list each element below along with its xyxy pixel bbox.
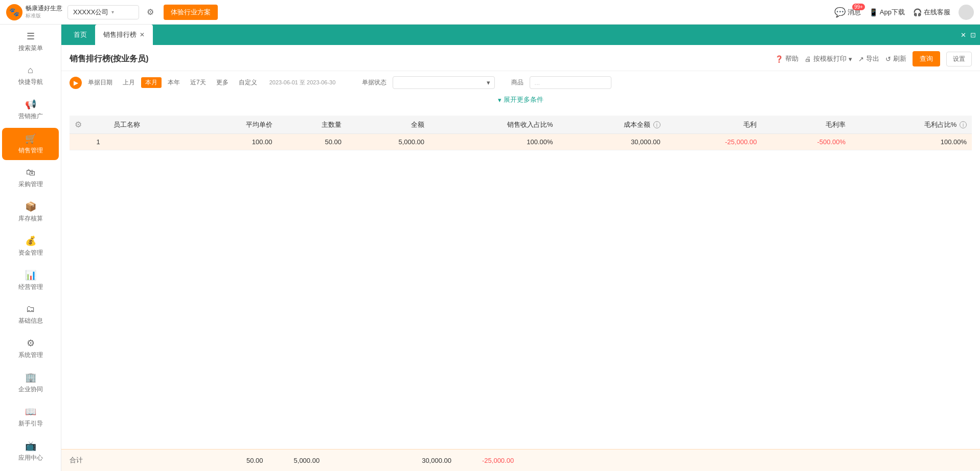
column-settings-icon[interactable]: ⚙ <box>75 120 82 129</box>
cost-info-icon[interactable]: i <box>653 121 660 128</box>
refresh-btn[interactable]: ↺ 刷新 <box>885 54 906 63</box>
date-tab-custom[interactable]: 自定义 <box>235 77 261 88</box>
date-tab-last-month[interactable]: 上月 <box>119 77 139 88</box>
sidebar-label-enterprise: 企业协同 <box>18 385 43 394</box>
table-row: 1 100.00 50.00 5,000.00 100.00% 30,000.0… <box>70 134 972 150</box>
date-tab-last-7[interactable]: 近7天 <box>186 77 210 88</box>
sidebar-item-enterprise[interactable]: 🏢 企业协同 <box>2 367 59 399</box>
expand-label: 展开更多条件 <box>504 95 543 104</box>
sidebar-label-finance: 资金管理 <box>18 249 43 257</box>
gross-pct-info-icon[interactable]: i <box>960 121 967 128</box>
header-right: 💬 消息 99+ 📱 App下载 🎧 在线客服 <box>834 5 974 20</box>
sidebar-label-sales: 销售管理 <box>18 146 43 155</box>
filter-area: ▶ 单据日期 上月 本月 本年 近7天 更多 自定义 2023-06-01 至 … <box>61 71 980 116</box>
col-gross-pct-header: 毛利占比% i <box>851 116 972 134</box>
export-btn[interactable]: ↗ 导出 <box>858 54 879 63</box>
table-body: 1 100.00 50.00 5,000.00 100.00% 30,000.0… <box>70 134 972 150</box>
mobile-icon: 📱 <box>869 8 878 16</box>
app-download-btn[interactable]: 📱 App下载 <box>869 8 905 17</box>
trial-button[interactable]: 体验行业方案 <box>164 5 218 20</box>
sidebar-item-system[interactable]: ⚙ 系统管理 <box>2 332 59 365</box>
row-gross-rate-cell: -500.00% <box>762 134 851 150</box>
sidebar-item-operations[interactable]: 📊 经营管理 <box>2 264 59 297</box>
col-sales-pct-header: 销售收入占比% <box>429 116 558 134</box>
page-header: 销售排行榜(按业务员) ❓ 帮助 🖨 按模板打印 ▾ ↗ 导出 <box>61 45 980 71</box>
date-tab-this-year[interactable]: 本年 <box>164 77 184 88</box>
user-avatar-area[interactable] <box>959 5 974 20</box>
sidebar-item-marketing[interactable]: 📢 营销推广 <box>2 94 59 126</box>
tab-maximize-icon[interactable]: ⊡ <box>970 31 976 39</box>
date-range-display: 2023-06-01 至 2023-06-30 <box>269 79 336 86</box>
table-container: ⚙ 员工名称 平均单价 主数量 全额 销售收入占比% 成本全额 i <box>61 116 980 449</box>
sidebar-item-sales[interactable]: 🛒 销售管理 <box>2 128 59 160</box>
expand-conditions-btn[interactable]: ▾ 展开更多条件 <box>498 93 543 106</box>
sidebar-item-search-order[interactable]: ☰ 搜索菜单 <box>2 26 59 58</box>
app-center-icon: 📺 <box>25 440 36 452</box>
headset-icon: 🎧 <box>913 8 922 16</box>
template-print-btn[interactable]: 🖨 按模板打印 ▾ <box>805 54 852 63</box>
row-employee-cell <box>108 134 193 150</box>
status-filter-select[interactable]: ▾ <box>393 76 495 89</box>
refresh-label: 刷新 <box>893 54 906 63</box>
row-cost-amount-cell: 30,000.00 <box>558 134 666 150</box>
main-layout: ☰ 搜索菜单 ⌂ 快捷导航 📢 营销推广 🛒 销售管理 🛍 采购管理 📦 库存核… <box>0 25 980 471</box>
goods-filter-label: 商品 <box>511 78 523 87</box>
message-area[interactable]: 💬 消息 99+ <box>834 7 861 18</box>
sidebar-item-guide[interactable]: 📖 新手引导 <box>2 401 59 433</box>
footer-total-label: 合计 <box>70 456 83 465</box>
sidebar-label-basic-info: 基础信息 <box>18 317 43 325</box>
print-icon: 🖨 <box>805 55 811 63</box>
table-footer: 合计 50.00 5,000.00 30,000.00 -25,000.00 <box>61 449 980 471</box>
page-content: 销售排行榜(按业务员) ❓ 帮助 🖨 按模板打印 ▾ ↗ 导出 <box>61 45 980 471</box>
sidebar-item-app-center[interactable]: 📺 应用中心 <box>2 435 59 467</box>
search-icon: ☰ <box>27 31 35 42</box>
settings-button[interactable]: 设置 <box>946 52 972 66</box>
sidebar-item-quick-nav[interactable]: ⌂ 快捷导航 <box>2 60 59 92</box>
footer-cost-amount: 30,000.00 <box>422 457 451 464</box>
date-tab-more[interactable]: 更多 <box>212 77 233 88</box>
help-btn[interactable]: ❓ 帮助 <box>775 54 799 63</box>
sidebar-item-purchase[interactable]: 🛍 采购管理 <box>2 162 59 194</box>
tab-bar: 首页 销售排行榜 ✕ ✕ ⊡ <box>61 25 980 45</box>
date-tab-this-month[interactable]: 本月 <box>141 77 162 88</box>
filter-toggle-btn[interactable]: ▶ <box>70 77 82 89</box>
col-main-qty-header: 主数量 <box>278 116 347 134</box>
sidebar-item-basic-info[interactable]: 🗂 基础信息 <box>2 299 59 330</box>
refresh-icon: ↺ <box>885 55 891 63</box>
marketing-icon: 📢 <box>25 99 36 110</box>
table-header: ⚙ 员工名称 平均单价 主数量 全额 销售收入占比% 成本全额 i <box>70 116 972 134</box>
help-label: 帮助 <box>785 54 799 63</box>
online-service-btn[interactable]: 🎧 在线客服 <box>913 8 950 17</box>
message-badge: 99+ <box>852 4 865 10</box>
sidebar-item-finance[interactable]: 💰 资金管理 <box>2 230 59 262</box>
company-selector[interactable]: XXXXX公司 ▾ <box>67 5 139 19</box>
goods-input-value: ... <box>534 79 607 86</box>
online-service-label: 在线客服 <box>924 8 950 17</box>
tab-close-window-icon[interactable]: ✕ <box>961 31 966 39</box>
purchase-icon: 🛍 <box>26 167 35 178</box>
footer-gross-profit: -25,000.00 <box>482 457 514 464</box>
operations-icon: 📊 <box>25 270 36 281</box>
logo-icon: 🐾 <box>6 4 22 20</box>
tab-home[interactable]: 首页 <box>65 25 95 45</box>
col-cost-amount-header: 成本全额 i <box>558 116 666 134</box>
tab-close-icon[interactable]: ✕ <box>140 31 145 38</box>
row-amount-cell: 5,000.00 <box>347 134 429 150</box>
content-area: 首页 销售排行榜 ✕ ✕ ⊡ 销售排行榜(按业务员) ❓ 帮助 <box>61 25 980 471</box>
query-button[interactable]: 查询 <box>913 51 940 66</box>
app-subtitle: 标准版 <box>26 12 62 19</box>
tab-home-label: 首页 <box>74 30 87 39</box>
company-settings-icon[interactable]: ⚙ <box>143 5 157 19</box>
cart-icon: 🛒 <box>25 133 36 144</box>
help-icon: ❓ <box>775 55 783 63</box>
app-download-label: App下载 <box>880 8 905 17</box>
row-settings-cell <box>70 134 88 150</box>
status-filter-label: 单据状态 <box>362 78 386 87</box>
chevron-down-icon: ▾ <box>111 9 114 15</box>
col-settings-header[interactable]: ⚙ <box>70 116 88 134</box>
system-icon: ⚙ <box>27 338 35 349</box>
sidebar-item-inventory[interactable]: 📦 库存核算 <box>2 196 59 228</box>
goods-filter-input[interactable]: ... <box>530 76 611 89</box>
tab-sales-rank[interactable]: 销售排行榜 ✕ <box>95 25 153 45</box>
export-icon: ↗ <box>858 55 864 63</box>
